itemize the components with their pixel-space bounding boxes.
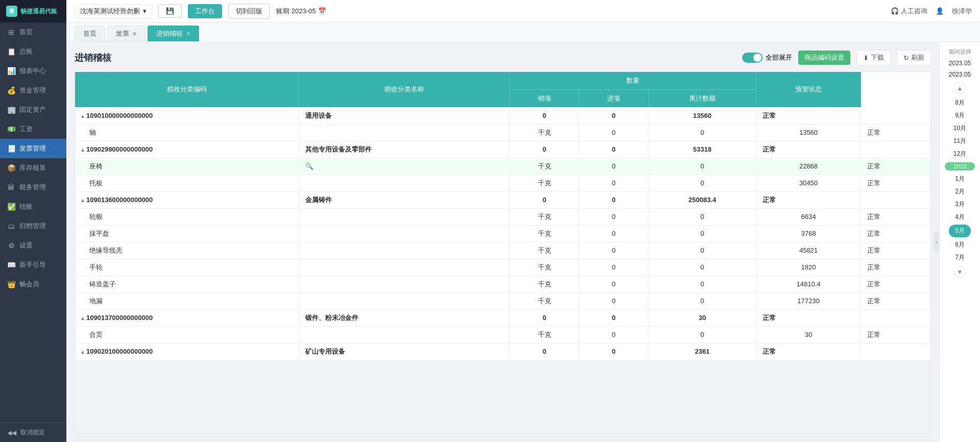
row-purchase: 0: [579, 107, 648, 124]
switch-version-button[interactable]: 切到旧版: [228, 4, 270, 19]
sidebar-label-guide: 新手引导: [19, 260, 46, 269]
page-actions: 全部展开 商品编码设置 ⬇ 下载 ↻ 刷新: [742, 50, 931, 65]
col-header-name: 税收分类名称: [299, 72, 510, 107]
period-month-item[interactable]: 1月: [945, 173, 975, 185]
row-total: 1820: [756, 259, 861, 276]
period-month-item[interactable]: 2月: [945, 185, 975, 198]
period-label: 账期: [276, 7, 289, 16]
period-month-item[interactable]: 5月: [949, 225, 971, 237]
row-unit-cell: [299, 124, 510, 141]
collapse-icon[interactable]: ▴: [81, 349, 84, 355]
calendar-icon[interactable]: 📅: [318, 7, 326, 15]
tab-reconcile[interactable]: 进销稽核 ✕: [148, 26, 199, 41]
collapse-icon[interactable]: ▴: [81, 315, 84, 321]
period-month-item[interactable]: 6月: [945, 238, 975, 251]
save-draft-button[interactable]: 💾: [158, 4, 182, 18]
period-month-item[interactable]: 4月: [945, 211, 975, 224]
row-status: 正常: [861, 326, 930, 343]
row-total: 177230: [756, 292, 861, 309]
sidebar-item-tax[interactable]: 🏛 税务管理: [0, 178, 66, 197]
sidebar-item-invoice[interactable]: 🧾 发票管理: [0, 139, 66, 158]
sidebar-item-home[interactable]: ⊞ 首页: [0, 22, 66, 42]
collapse-icon[interactable]: ▴: [81, 197, 84, 203]
row-unit: 千克: [510, 326, 579, 343]
sidebar-item-salary[interactable]: 💵 工资: [0, 119, 66, 139]
sidebar-item-member[interactable]: 👑 畅会员: [0, 275, 66, 294]
row-unit-cell: [299, 225, 510, 242]
member-icon: 👑: [7, 280, 15, 288]
product-code-settings-button[interactable]: 商品编码设置: [798, 51, 850, 65]
panel-toggle-button[interactable]: ›: [934, 232, 940, 252]
row-purchase: 0: [648, 242, 756, 259]
support-button[interactable]: 🎧 人工咨询: [891, 7, 927, 16]
row-status: 正常: [861, 208, 930, 225]
table-row: ▴109020100000000000 矿山专用设备 0 0 2361 正常: [75, 343, 930, 360]
row-status: 正常: [756, 309, 861, 326]
sidebar-item-settings[interactable]: ⚙ 设置: [0, 236, 66, 255]
period-month-item[interactable]: 3月: [945, 198, 975, 211]
tabbar: 首页 发票 ✕ 进销稽核 ✕: [66, 22, 980, 42]
sidebar-item-capital[interactable]: 💰 资金管理: [0, 81, 66, 100]
row-purchase: 0: [648, 208, 756, 225]
row-item-name: 绝缘导线壳: [75, 242, 299, 259]
user-name: 徐泽华: [952, 7, 972, 16]
row-sales: 0: [579, 225, 648, 242]
table-row: 铸造盖子 千克 0 0 14810.4 正常: [75, 276, 930, 292]
period-month-item[interactable]: 10月: [945, 122, 975, 135]
period-scroll-up[interactable]: ▲: [953, 82, 966, 94]
table-row: 抹平盘 千克 0 0 3768 正常: [75, 225, 930, 242]
workbench-button[interactable]: 工作台: [188, 4, 222, 18]
sidebar-item-inventory[interactable]: 📦 库存核算: [0, 158, 66, 178]
col-header-purchase: 进项: [579, 90, 648, 108]
row-sales: 0: [510, 343, 579, 360]
sidebar-item-ledger[interactable]: 📋 总账: [0, 42, 66, 61]
row-sales: 0: [579, 124, 648, 141]
period-header-item[interactable]: 2023.05: [945, 58, 975, 69]
sidebar-label-ledger: 总账: [19, 47, 33, 56]
collapse-icon[interactable]: ▴: [81, 113, 84, 119]
row-sales: 0: [579, 292, 648, 309]
sidebar-logo: 捷 畅捷通易代账: [0, 0, 66, 22]
period-month-item[interactable]: 8月: [945, 96, 975, 109]
search-icon[interactable]: 🔍: [305, 162, 313, 170]
row-status: 正常: [861, 259, 930, 276]
row-total: 13560: [756, 124, 861, 141]
period-month-item[interactable]: 12月: [945, 148, 975, 160]
refresh-button[interactable]: ↻ 刷新: [897, 50, 931, 65]
row-purchase: 0: [648, 175, 756, 191]
sidebar-item-settle[interactable]: ✅ 结账: [0, 197, 66, 216]
company-selector[interactable]: 沈海英测试经营勿删 ▾: [75, 4, 152, 18]
row-purchase: 0: [648, 124, 756, 141]
row-unit: 千克: [510, 259, 579, 276]
row-unit: 千克: [510, 276, 579, 292]
settings-icon: ⚙: [7, 241, 15, 250]
salary-icon: 💵: [7, 125, 15, 133]
tab-invoice-close[interactable]: ✕: [132, 31, 137, 37]
row-sales: 0: [510, 141, 579, 158]
period-month-item[interactable]: 11月: [945, 135, 975, 148]
collapse-icon[interactable]: ▴: [81, 146, 84, 153]
row-sales: 0: [579, 276, 648, 292]
tab-invoice[interactable]: 发票 ✕: [107, 26, 145, 41]
period-header: 期间选择: [949, 46, 971, 58]
sidebar-item-reports[interactable]: 📊 报表中心: [0, 61, 66, 81]
tab-reconcile-close[interactable]: ✕: [186, 31, 190, 37]
tab-reconcile-label: 进销稽核: [156, 29, 183, 38]
period-month-item[interactable]: 9月: [945, 109, 975, 122]
period-month-item[interactable]: 7月: [945, 251, 975, 264]
period-header-item[interactable]: 2023.05: [945, 69, 975, 80]
sidebar-item-guide[interactable]: 📖 新手引导: [0, 255, 66, 275]
tab-home[interactable]: 首页: [75, 26, 105, 41]
sidebar-item-assets[interactable]: 🏢 固定资产: [0, 100, 66, 119]
sidebar-item-archive[interactable]: 🗂 归档管理: [0, 216, 66, 236]
download-icon: ⬇: [863, 54, 869, 62]
download-button[interactable]: ⬇ 下载: [856, 50, 891, 65]
period-scroll-down[interactable]: ▼: [953, 266, 966, 278]
sidebar-unpin-button[interactable]: ◀◀ 取消固定: [0, 423, 66, 442]
row-item-name: 手轮: [75, 259, 299, 276]
table-row: 轴 千克 0 0 13560 正常: [75, 124, 930, 141]
expand-toggle[interactable]: [742, 53, 763, 63]
row-category-name: 金属铸件: [299, 191, 510, 208]
row-item-name: 座椅: [75, 158, 299, 175]
row-unit: 千克: [510, 158, 579, 175]
